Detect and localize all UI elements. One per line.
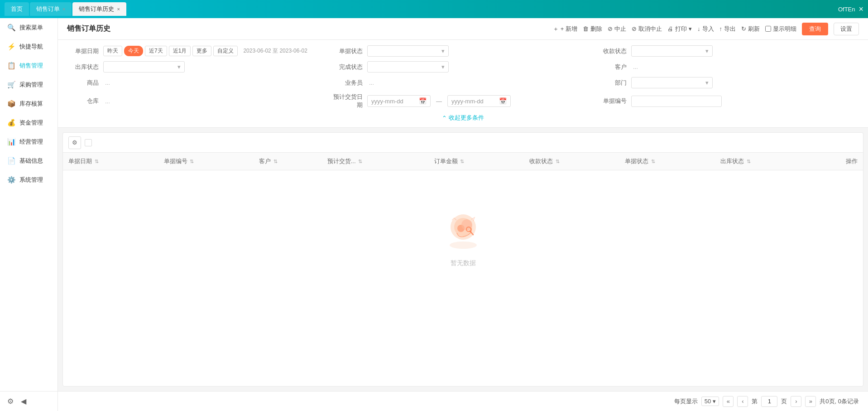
sidebar-item-operations[interactable]: 📊 经营管理 [0, 132, 58, 151]
col-payment-status-label: 收款状态 [529, 158, 553, 164]
delivery-date-to-placeholder: yyyy-mm-dd [451, 98, 484, 105]
salesperson-ellipsis[interactable]: ... [367, 77, 376, 88]
sidebar-settings-icon[interactable]: ⚙ [7, 397, 14, 406]
order-status-select[interactable]: ▾ [367, 45, 449, 57]
date-btn-today[interactable]: 今天 [124, 46, 143, 56]
tab-home[interactable]: 首页 [5, 2, 29, 16]
col-amount[interactable]: 订单金额 ⇅ [429, 153, 524, 170]
delete-button[interactable]: 🗑 删除 [583, 25, 602, 33]
export-button[interactable]: ↑ 导出 [719, 25, 736, 33]
calendar-from-icon: 📅 [419, 97, 427, 105]
delivery-date-to[interactable]: yyyy-mm-dd 📅 [447, 95, 511, 107]
col-number-label: 单据编号 [164, 158, 187, 164]
sidebar-collapse-icon[interactable]: ◀ [21, 397, 26, 406]
tab-sales-order-close[interactable]: × [62, 6, 65, 12]
sidebar-item-search[interactable]: 🔍 搜索菜单 [0, 18, 58, 37]
sidebar-item-quick-nav[interactable]: ⚡ 快捷导航 [0, 37, 58, 56]
query-button[interactable]: 查询 [802, 23, 828, 35]
import-button[interactable]: ↓ 导入 [697, 25, 714, 33]
export-icon: ↑ [719, 25, 723, 32]
sidebar-item-basic-info[interactable]: 📄 基础信息 [0, 151, 58, 170]
tab-sales-order[interactable]: 销售订单 × [30, 2, 72, 16]
display-detail-checkbox[interactable] [765, 26, 771, 32]
table-gear-icon: ⚙ [72, 139, 77, 146]
toolbar: ＋ + 新增 🗑 删除 ⊘ 中止 ⊘ 取消中止 🖨 打印 [553, 23, 859, 35]
col-customer[interactable]: 客户 ⇅ [254, 153, 321, 170]
complete-status-label: 完成状态 [331, 63, 367, 71]
product-ellipsis[interactable]: ... [103, 77, 112, 88]
display-detail-label: 显示明细 [773, 25, 796, 33]
settings-button[interactable]: 设置 [834, 23, 859, 35]
delivery-status-select[interactable]: ▾ [103, 61, 185, 73]
tab-sales-order-history[interactable]: 销售订单历史 × [72, 2, 126, 16]
col-delivery-status[interactable]: 出库状态 ⇅ [715, 153, 810, 170]
main-layout: 🔍 搜索菜单 ⚡ 快捷导航 📋 销售管理 🛒 采购管理 📦 库存核算 💰 资金管… [0, 18, 868, 411]
order-status-arrow-icon: ▾ [441, 48, 445, 54]
sidebar-item-system[interactable]: ⚙️ 系统管理 [0, 170, 58, 189]
payment-status-select[interactable]: ▾ [631, 45, 713, 57]
delivery-date-from[interactable]: yyyy-mm-dd 📅 [367, 95, 431, 107]
order-status-control: ▾ [367, 45, 595, 57]
import-label: 导入 [702, 25, 714, 33]
col-order-status-sort-icon: ⇅ [651, 159, 655, 164]
search-icon: 🔍 [7, 24, 16, 32]
prev-page-button[interactable]: ‹ [737, 396, 748, 407]
prev-page-icon: ‹ [742, 398, 743, 405]
svg-point-0 [450, 242, 477, 249]
col-date[interactable]: 单据日期 ⇅ [63, 153, 158, 170]
tab-sales-order-history-close[interactable]: × [117, 6, 120, 12]
date-btn-custom[interactable]: 自定义 [213, 46, 238, 56]
date-btn-7days[interactable]: 近7天 [145, 46, 167, 56]
topbar-close-button[interactable]: × [858, 5, 863, 14]
next-page-icon: › [795, 398, 797, 405]
customer-ellipsis[interactable]: ... [631, 62, 640, 72]
filter-area: 单据日期 昨天 今天 近7天 近1月 更多 自定义 2023-06-02 至 2… [58, 40, 868, 128]
sidebar-item-finance[interactable]: 💰 资金管理 [0, 113, 58, 132]
warehouse-ellipsis[interactable]: ... [103, 96, 112, 106]
sidebar: 🔍 搜索菜单 ⚡ 快捷导航 📋 销售管理 🛒 采购管理 📦 库存核算 💰 资金管… [0, 18, 58, 411]
cancel-stop-button[interactable]: ⊘ 取消中止 [632, 25, 662, 33]
page-size-select[interactable]: 50 ▾ [701, 396, 719, 406]
next-page-button[interactable]: › [791, 396, 801, 407]
collapse-link[interactable]: ⌃ 收起更多条件 [67, 114, 859, 122]
last-page-button[interactable]: » [805, 396, 816, 407]
sidebar-item-inventory[interactable]: 📦 库存核算 [0, 94, 58, 113]
current-page-input[interactable] [761, 396, 777, 407]
refresh-button[interactable]: ↻ 刷新 [741, 25, 760, 33]
print-button[interactable]: 🖨 打印 ▾ [667, 25, 692, 33]
sidebar-item-purchase[interactable]: 🛒 采购管理 [0, 75, 58, 94]
col-payment-status[interactable]: 收款状态 ⇅ [524, 153, 619, 170]
complete-status-select[interactable]: ▾ [367, 61, 449, 73]
new-button[interactable]: ＋ + 新增 [553, 25, 577, 33]
col-delivery-status-sort-icon: ⇅ [747, 159, 751, 164]
date-btn-more[interactable]: 更多 [192, 46, 211, 56]
department-arrow-icon: ▾ [705, 79, 709, 86]
total-info: 共0页, 0条记录 [820, 397, 859, 406]
date-btn-1month[interactable]: 近1月 [169, 46, 191, 56]
stop-label: 中止 [614, 25, 626, 33]
col-amount-sort-icon: ⇅ [460, 159, 464, 164]
empty-state: 暂无数据 [63, 170, 863, 304]
empty-text: 暂无数据 [451, 259, 476, 267]
order-number-input[interactable] [631, 96, 722, 107]
date-btn-yesterday[interactable]: 昨天 [103, 46, 122, 56]
col-order-status[interactable]: 单据状态 ⇅ [619, 153, 715, 170]
delete-icon: 🗑 [583, 25, 589, 32]
table-settings-button[interactable]: ⚙ [68, 136, 81, 149]
date-filter-control: 昨天 今天 近7天 近1月 更多 自定义 2023-06-02 至 2023-0… [103, 46, 331, 56]
last-page-icon: » [809, 398, 812, 405]
col-customer-sort-icon: ⇅ [273, 159, 278, 164]
department-select[interactable]: ▾ [631, 77, 713, 88]
empty-illustration [441, 207, 486, 252]
sidebar-item-sales[interactable]: 📋 销售管理 [0, 56, 58, 75]
first-page-icon: « [727, 398, 730, 405]
select-all-checkbox[interactable] [85, 139, 92, 146]
first-page-button[interactable]: « [723, 396, 734, 407]
col-delivery-date[interactable]: 预计交货... ⇅ [322, 153, 429, 170]
cancel-stop-label: 取消中止 [638, 25, 662, 33]
col-number[interactable]: 单据编号 ⇅ [158, 153, 254, 170]
new-icon: ＋ [553, 25, 559, 33]
stop-button[interactable]: ⊘ 中止 [608, 25, 626, 33]
payment-status-arrow-icon: ▾ [705, 48, 709, 54]
display-detail-toggle[interactable]: 显示明细 [765, 25, 796, 33]
